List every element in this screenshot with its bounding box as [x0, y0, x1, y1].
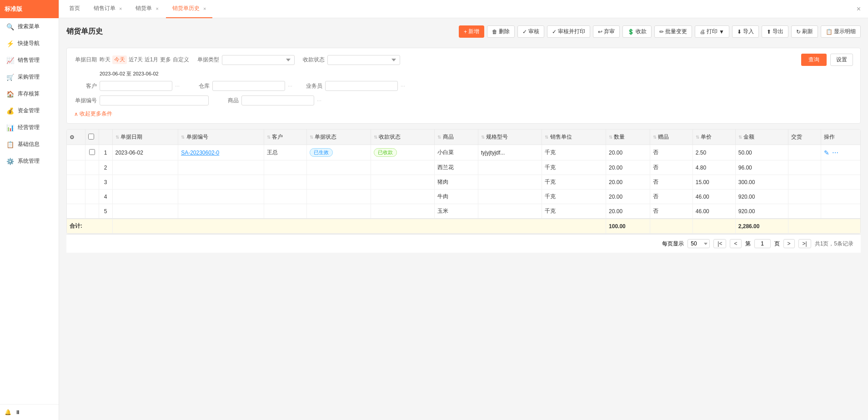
- next-page-button[interactable]: >: [783, 239, 795, 248]
- approve-print-label: 审核并打印: [558, 28, 585, 35]
- th-doc-date[interactable]: ⇅ 单据日期: [112, 130, 178, 145]
- first-page-button[interactable]: |<: [713, 239, 726, 248]
- staff-label: 业务员: [300, 82, 322, 90]
- table-row: 2 西兰花 千克 20.00 否 4.80 96.00: [67, 160, 860, 175]
- td-amount: 920.00: [735, 190, 788, 204]
- new-button[interactable]: + 新增: [459, 25, 484, 38]
- sidebar-item-purchase-mgmt[interactable]: 🛒 采购管理: [0, 69, 59, 85]
- th-customer[interactable]: ⇅ 客户: [264, 130, 306, 145]
- shortcut-more[interactable]: 更多: [160, 56, 171, 64]
- refresh-button[interactable]: ↻ 刷新: [791, 25, 818, 38]
- customer-dots[interactable]: ···: [175, 83, 180, 89]
- edit-icon[interactable]: ✎: [824, 149, 829, 156]
- td-gift: 否: [650, 145, 692, 160]
- approve-print-button[interactable]: ✓ 审核并打印: [547, 25, 590, 38]
- th-doc-status[interactable]: ⇅ 单据状态: [306, 130, 371, 145]
- sidebar-item-search-menu[interactable]: 🔍 搜索菜单: [0, 18, 59, 35]
- th-checkbox[interactable]: [85, 130, 99, 145]
- doc-no-link[interactable]: SA-20230602-0: [181, 150, 219, 156]
- td-gift: 否: [650, 175, 692, 190]
- collect-status-select[interactable]: [327, 55, 400, 65]
- filter-doc-no: 单据编号: [74, 95, 209, 105]
- customer-input[interactable]: [100, 81, 172, 91]
- th-amount[interactable]: ⇅ 金额: [735, 130, 788, 145]
- print-dropdown-icon: ▼: [719, 29, 724, 35]
- abandon-button[interactable]: ↩ 弃审: [593, 25, 620, 38]
- sidebar-item-inventory-calc[interactable]: 🏠 库存核算: [0, 85, 59, 102]
- td-checkbox[interactable]: [85, 145, 99, 160]
- sidebar-item-label: 经营管理: [18, 124, 40, 131]
- collect-button[interactable]: 💲 收款: [622, 25, 652, 38]
- th-goods[interactable]: ⇅ 商品: [435, 130, 478, 145]
- query-button[interactable]: 查询: [801, 54, 827, 66]
- shortcut-today[interactable]: 今天: [112, 55, 127, 64]
- page-label: 第: [745, 240, 751, 248]
- goods-input[interactable]: [241, 95, 314, 105]
- doc-type-select[interactable]: [222, 55, 295, 65]
- page-number-input[interactable]: [754, 239, 771, 248]
- tab-sales-order-label: 销售订单: [94, 5, 115, 12]
- th-settings[interactable]: ⚙: [67, 130, 85, 145]
- import-button[interactable]: ⬇ 导入: [732, 25, 759, 38]
- approve-button[interactable]: ✓ 审核: [517, 25, 544, 38]
- sidebar-item-label: 系统管理: [18, 157, 40, 165]
- sidebar-item-basic-info[interactable]: 📋 基础信息: [0, 136, 59, 153]
- show-detail-icon: 📋: [826, 29, 833, 35]
- setting-button[interactable]: 设置: [830, 54, 853, 66]
- goods-dots[interactable]: ···: [317, 97, 321, 104]
- collapse-button[interactable]: ∧ 收起更多条件: [74, 110, 853, 118]
- th-gift[interactable]: ⇅ 赠品: [650, 130, 692, 145]
- th-spec[interactable]: ⇅ 规格型号: [478, 130, 542, 145]
- tab-sales-goods[interactable]: 销货单 ×: [129, 0, 165, 18]
- sidebar-item-ops-mgmt[interactable]: 📊 经营管理: [0, 119, 59, 136]
- sidebar-bottom-icon2[interactable]: ⏸: [15, 409, 20, 415]
- th-doc-no[interactable]: ⇅ 单据编号: [178, 130, 264, 145]
- select-all-checkbox[interactable]: [88, 134, 94, 140]
- sidebar-item-label: 资金管理: [18, 107, 40, 115]
- shortcut-custom[interactable]: 自定义: [173, 56, 189, 64]
- delete-icon: 🗑: [492, 29, 497, 35]
- sales-icon: 📈: [6, 57, 14, 64]
- print-button[interactable]: 🖨 打印 ▼: [695, 25, 729, 38]
- th-collect-status[interactable]: ⇅ 收款状态: [371, 130, 435, 145]
- last-page-button[interactable]: >|: [798, 239, 811, 248]
- tab-home[interactable]: 首页: [63, 0, 86, 18]
- row-checkbox[interactable]: [89, 149, 95, 155]
- td-unit-price: 15.00: [692, 175, 735, 190]
- shortcut-7days[interactable]: 近7天: [129, 56, 143, 64]
- th-qty[interactable]: ⇅ 数量: [606, 130, 650, 145]
- sidebar-item-finance-mgmt[interactable]: 💰 资金管理: [0, 102, 59, 119]
- sidebar-item-system-mgmt[interactable]: ⚙️ 系统管理: [0, 153, 59, 170]
- shortcut-1month[interactable]: 近1月: [145, 56, 159, 64]
- filter-row-3: 单据编号 商品 ···: [74, 95, 853, 105]
- tab-sales-order[interactable]: 销售订单 ×: [87, 0, 128, 18]
- tab-sales-goods-history[interactable]: 销货单历史 ×: [166, 0, 212, 18]
- th-doc-date-sort: ⇅: [115, 135, 119, 140]
- sidebar-item-quick-nav[interactable]: ⚡ 快捷导航: [0, 35, 59, 52]
- more-icon[interactable]: ⋯: [832, 149, 838, 156]
- prev-page-button[interactable]: <: [730, 239, 741, 248]
- tab-bar-close[interactable]: ×: [853, 5, 864, 13]
- th-transaction[interactable]: 交货: [788, 130, 821, 145]
- table-container: ⚙ ⇅ 单据日期 ⇅ 单据编号 ⇅ 客户: [66, 129, 861, 234]
- sidebar-item-sales-mgmt[interactable]: 📈 销售管理: [0, 52, 59, 69]
- show-detail-button[interactable]: 📋 显示明细: [821, 25, 861, 38]
- warehouse-dots[interactable]: ···: [288, 83, 292, 89]
- warehouse-input[interactable]: [212, 81, 285, 91]
- export-button[interactable]: ⬆ 导出: [762, 25, 788, 38]
- batch-change-button[interactable]: ✏ 批量变更: [654, 25, 692, 38]
- page-size-select[interactable]: 50 20 100: [687, 239, 710, 248]
- sidebar-bottom-icon1[interactable]: 🔔: [5, 409, 11, 415]
- staff-dots[interactable]: ···: [401, 83, 405, 89]
- td-doc-no[interactable]: SA-20230602-0: [178, 145, 264, 160]
- doc-no-input[interactable]: [100, 95, 209, 105]
- tab-sales-order-close[interactable]: ×: [119, 6, 122, 11]
- staff-input[interactable]: [325, 81, 398, 91]
- tab-sales-goods-close[interactable]: ×: [156, 6, 158, 11]
- th-unit-price[interactable]: ⇅ 单价: [692, 130, 735, 145]
- tab-sales-goods-history-close[interactable]: ×: [203, 6, 206, 11]
- shortcut-yesterday[interactable]: 昨天: [100, 56, 110, 64]
- delete-button[interactable]: 🗑 删除: [487, 25, 515, 38]
- show-detail-label: 显示明细: [834, 28, 856, 35]
- th-unit[interactable]: ⇅ 销售单位: [542, 130, 606, 145]
